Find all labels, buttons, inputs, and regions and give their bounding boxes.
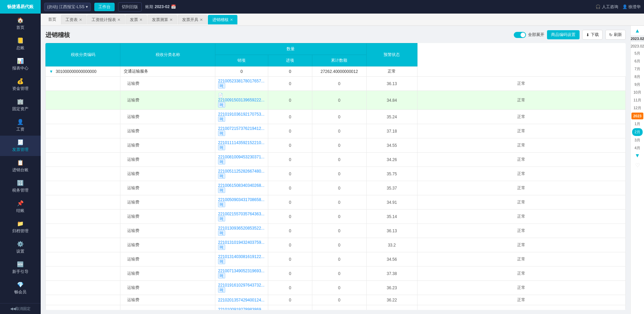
timeline-1[interactable]: 1月 <box>631 120 644 128</box>
table-row[interactable]: 运输费 2210191610297643732... 吨 0 0 36.23 正… <box>46 281 626 295</box>
table-row[interactable]: 运输费 2210201357429400124... 0 0 36.22 正常 <box>46 295 626 305</box>
close-icon[interactable]: ✕ <box>139 18 142 22</box>
cell-cumulative: 37.38 <box>366 267 417 281</box>
close-icon[interactable]: ✕ <box>200 18 203 22</box>
cell-name: 运输费 <box>120 110 215 124</box>
expand-icon[interactable]: ▼ <box>49 69 53 74</box>
invoice-link[interactable]: 2210131019432403759... <box>218 240 265 245</box>
toggle-track[interactable] <box>514 32 526 38</box>
sidebar-item-tax[interactable]: 🔢 税务管理 <box>0 176 41 197</box>
download-button[interactable]: ⬇ 下载 <box>582 30 603 40</box>
table-row[interactable]: 运输费 2210131403081619122... 吨 0 0 34.56 正… <box>46 252 626 267</box>
timeline-up-arrow[interactable]: ▲ <box>634 27 641 35</box>
invoice-link[interactable]: 2210050903431708658... <box>218 197 265 202</box>
cell-invoice: 2210071349052319693... 吨 <box>215 267 268 281</box>
tab-sales-check[interactable]: 进销稽核 ✕ <box>208 15 237 24</box>
timeline-4[interactable]: 4月 <box>631 144 644 152</box>
table-row[interactable]: 运输费 2210081009453230371... 吨 0 0 34.26 正… <box>46 153 626 167</box>
tab-salary-stats[interactable]: 工资统计报表 ✕ <box>87 15 125 24</box>
timeline-10[interactable]: 10月 <box>631 89 644 96</box>
sidebar-item-label: 设置 <box>16 249 24 254</box>
user-menu[interactable]: 👤 徐澄华 <box>622 4 641 10</box>
tab-invoice-calc[interactable]: 发票测算 ✕ <box>148 15 177 24</box>
sidebar-item-vip[interactable]: 💎 畅会员 <box>0 278 41 298</box>
tab-home[interactable]: 首页 <box>44 15 60 24</box>
table-row[interactable]: 运输费 2210191036192170753... 吨 0 0 35.24 正… <box>46 110 626 124</box>
tab-salary-table[interactable]: 工资表 ✕ <box>61 15 86 24</box>
table-row[interactable]: 运输费 2210021557035764363... 吨 0 0 35.14 正… <box>46 210 626 224</box>
cell-sales: 0 <box>268 195 312 210</box>
timeline-2-active[interactable]: 2月 <box>632 128 643 136</box>
invoice-link[interactable]: 2210131403081619122... <box>218 254 265 259</box>
timeline-8[interactable]: 8月 <box>631 73 644 81</box>
invoice-link[interactable]: 2210191036192170753... <box>218 112 265 117</box>
timeline-year-2023-marker[interactable]: 2023 <box>631 113 643 119</box>
unit-tag: 吨 <box>218 188 225 193</box>
sidebar-item-close[interactable]: 📌 结账 <box>0 197 41 217</box>
support-link[interactable]: 🎧 人工咨询 <box>596 4 618 10</box>
timeline-year-2023-top[interactable]: 2023.02 <box>631 35 644 42</box>
invoice-link[interactable]: 2210111143592152210... <box>218 140 265 145</box>
table-row[interactable]: 运输费 📄 2210091503139659222... 吨 0 0 34.84… <box>46 91 626 110</box>
workbench-button[interactable]: 工作台 <box>94 3 115 11</box>
invoice-link[interactable]: 2210100919278983869... <box>218 307 265 310</box>
sidebar-item-ledger[interactable]: 📒 总账 <box>0 34 41 54</box>
invoice-link[interactable]: 2210081009453230371... <box>218 155 265 159</box>
invoice-link[interactable]: 2210130936520853522... <box>218 226 265 231</box>
table-row[interactable]: 运输费 2210052338178017657... 吨 0 0 36.13 正… <box>46 77 626 91</box>
settings-code-button[interactable]: 商品编码设置 <box>547 30 580 39</box>
timeline-6[interactable]: 6月 <box>631 57 644 65</box>
table-row[interactable]: 运输费 2210100919278983869... 吨 0 0 35.99 正… <box>46 305 626 310</box>
sidebar-item-invoice[interactable]: 🧾 发票管理 <box>0 136 41 156</box>
invoice-link[interactable]: 2210061508340340268... <box>218 183 265 188</box>
table-row[interactable]: 运输费 2210130936520853522... 吨 0 0 36.13 正… <box>46 224 626 238</box>
timeline-12[interactable]: 12月 <box>631 104 644 112</box>
timeline-2023-02-top[interactable]: 2023.02 <box>631 43 644 50</box>
table-row[interactable]: 运输费 2210072157376219412... 吨 0 0 37.18 正… <box>46 124 626 138</box>
invoice-link[interactable]: 2210071349052319693... <box>218 269 265 273</box>
switch-version-button[interactable]: 切到旧版 <box>118 2 142 12</box>
sidebar-item-salary[interactable]: 👤 工资 <box>0 115 41 136</box>
close-icon[interactable]: ✕ <box>117 18 120 22</box>
invoice-link[interactable]: 2210191610297643732... <box>218 283 265 288</box>
tab-invoice[interactable]: 发票 ✕ <box>125 15 147 24</box>
timeline-3[interactable]: 3月 <box>631 136 644 144</box>
table-row[interactable]: 运输费 2210111143592152210... 吨 0 0 34.55 正… <box>46 138 626 153</box>
timeline-down-arrow[interactable]: ▼ <box>634 152 641 159</box>
calendar-icon[interactable]: 📅 <box>171 4 176 9</box>
close-icon[interactable]: ✕ <box>230 18 233 22</box>
sidebar-item-funds[interactable]: 💰 资金管理 <box>0 75 41 95</box>
sidebar-item-settings[interactable]: ⚙️ 设置 <box>0 237 41 258</box>
timeline-9[interactable]: 9月 <box>631 81 644 89</box>
invoice-link[interactable]: 2210072157376219412... <box>218 126 265 131</box>
sidebar-item-archive[interactable]: 📁 归档管理 <box>0 217 41 237</box>
unpin-button[interactable]: ◀◀ 取消固定 <box>0 303 41 314</box>
timeline-7[interactable]: 7月 <box>631 65 644 73</box>
table-row[interactable]: 运输费 2210131019432403759... 吨 0 0 33.2 正常 <box>46 238 626 252</box>
table-row[interactable]: 运输费 2210061508340340268... 吨 0 0 35.37 正… <box>46 181 626 195</box>
sidebar-item-home[interactable]: 🏠 首页 <box>0 14 41 34</box>
col-sub-sales: 销项 <box>215 55 268 66</box>
company-selector[interactable]: (勿动) 江西报宝-LSS ▾ <box>44 3 91 11</box>
close-icon[interactable]: ✕ <box>79 18 82 22</box>
sidebar-item-guide[interactable]: 🆕 新手引导 <box>0 258 41 278</box>
timeline-5[interactable]: 5月 <box>631 50 644 57</box>
tab-invoice-issue[interactable]: 发票开具 ✕ <box>178 15 207 24</box>
cell-name: 运输费 <box>120 210 215 224</box>
invoice-link[interactable]: 2210051125282667480... <box>218 169 265 174</box>
sidebar-item-purchase[interactable]: 📋 进销台账 <box>0 156 41 176</box>
invoice-link[interactable]: 2210052338178017657... <box>218 79 265 83</box>
expand-toggle[interactable]: 全部展开 <box>514 32 544 38</box>
invoice-link[interactable]: 2210091503139659222... <box>218 98 265 102</box>
invoice-link[interactable]: 2210201357429400124... <box>218 298 265 302</box>
sidebar-item-reports[interactable]: 📊 报表中心 <box>0 54 41 75</box>
timeline-11[interactable]: 11月 <box>631 96 644 104</box>
sidebar-item-assets[interactable]: 🏢 固定资产 <box>0 95 41 115</box>
refresh-button[interactable]: ↻ 刷新 <box>605 30 626 40</box>
invoice-link[interactable]: 2210021557035764363... <box>218 212 265 216</box>
close-icon[interactable]: ✕ <box>170 18 173 22</box>
table-row[interactable]: 运输费 2210051125282667480... 吨 0 0 35.75 正… <box>46 167 626 181</box>
table-row[interactable]: ▼ 301000000000000000 交通运输服务 0 0 27262.40… <box>46 66 626 77</box>
table-row[interactable]: 运输费 2210050903431708658... 吨 0 0 34.91 正… <box>46 195 626 210</box>
table-row[interactable]: 运输费 2210071349052319693... 吨 0 0 37.38 正… <box>46 267 626 281</box>
